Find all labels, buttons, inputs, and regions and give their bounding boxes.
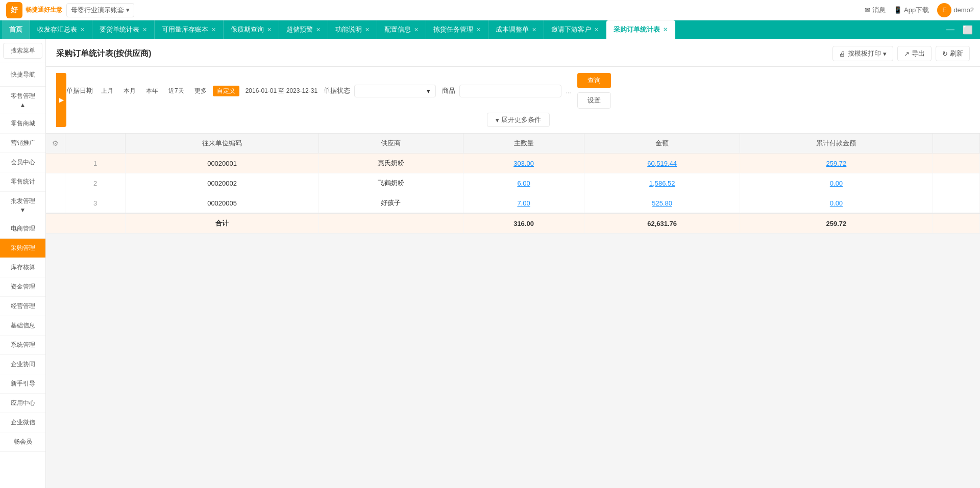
sidebar-item-app-center[interactable]: 应用中心 <box>0 394 45 413</box>
row-code: 00020001 <box>126 153 318 173</box>
row-main-qty[interactable]: 303.00 <box>463 153 584 173</box>
tab-invite-downstream[interactable]: 邀请下游客户 ✕ <box>544 20 606 39</box>
sidebar-item-ecommerce[interactable]: 电商管理 <box>0 219 45 239</box>
row-main-qty[interactable]: 7.00 <box>463 193 584 214</box>
sidebar-item-system-manage[interactable]: 系统管理 <box>0 336 45 355</box>
goods-input[interactable] <box>459 85 561 97</box>
close-icon[interactable]: ✕ <box>476 27 481 33</box>
print-button[interactable]: 🖨 按模板打印 ▾ <box>832 46 893 61</box>
sidebar-item-label: 应用中心 <box>11 399 35 407</box>
shortcut-last-month[interactable]: 上月 <box>97 86 117 96</box>
minimize-icon[interactable]: — <box>943 24 958 35</box>
shortcut-more[interactable]: 更多 <box>190 86 211 96</box>
row-amount[interactable]: 525.80 <box>584 193 740 214</box>
shortcut-this-month[interactable]: 本月 <box>119 86 140 96</box>
close-icon[interactable]: ✕ <box>532 27 536 33</box>
close-icon[interactable]: ✕ <box>142 27 147 33</box>
sidebar-item-enterprise-wechat[interactable]: 企业微信 <box>0 413 45 432</box>
logo-area: 好 畅捷通好生意 <box>6 2 62 18</box>
footer-paid-amount: 259.72 <box>740 213 933 234</box>
sidebar-item-retail-stats[interactable]: 零售统计 <box>0 172 45 192</box>
download-icon: 📱 <box>894 6 902 14</box>
sidebar-item-ops-manage[interactable]: 经营管理 <box>0 297 45 316</box>
sidebar-item-label: 经营管理 <box>11 302 35 311</box>
sidebar-item-new-guide[interactable]: 新手引导 <box>0 374 45 394</box>
tab-overstock-alert[interactable]: 超储预警 ✕ <box>279 20 328 39</box>
tab-pick-task[interactable]: 拣货任务管理 ✕ <box>426 20 488 39</box>
sidebar-item-vip-member[interactable]: 畅会员 <box>0 432 45 452</box>
search-menu-button[interactable]: 搜索菜单 <box>3 43 42 59</box>
sidebar-item-label: 零售统计 <box>11 177 35 186</box>
query-button[interactable]: 查询 <box>577 73 611 88</box>
tab-label: 可用量库存账本 <box>162 25 208 34</box>
tab-purchase-summary[interactable]: 采购订单统计表 ✕ <box>606 20 675 39</box>
close-icon[interactable]: ✕ <box>414 27 419 33</box>
user-area[interactable]: E demo2 <box>937 3 974 17</box>
col-main-qty: 主数量 <box>463 134 584 153</box>
row-supplier: 惠氏奶粉 <box>318 153 463 173</box>
sidebar-item-label: 基础信息 <box>11 321 35 330</box>
sidebar-item-member-center[interactable]: 会员中心 <box>0 153 45 172</box>
sidebar-item-enterprise-coop[interactable]: 企业协同 <box>0 355 45 374</box>
more-filter-btn[interactable]: ... <box>566 87 571 95</box>
export-button[interactable]: ↗ 导出 <box>897 46 932 61</box>
page-header: 采购订单统计表(按供应商) 🖨 按模板打印 ▾ ↗ 导出 ↻ 刷新 <box>46 39 980 67</box>
col-settings: ⚙ <box>46 134 65 153</box>
message-button[interactable]: ✉ 消息 <box>865 6 886 15</box>
quick-nav-button[interactable]: 快捷导航 <box>3 67 42 82</box>
tab-cost-adjust[interactable]: 成本调整单 ✕ <box>488 20 544 39</box>
sidebar-item-marketing[interactable]: 营销推广 <box>0 134 45 153</box>
shortcut-7days[interactable]: 近7天 <box>164 86 188 96</box>
row-amount[interactable]: 1,586.52 <box>584 173 740 193</box>
expand-conditions-button[interactable]: ▾ 展开更多条件 <box>487 113 550 127</box>
sidebar-item-retail-manage[interactable]: 零售管理 ▲ <box>0 87 45 114</box>
tab-expiry-query[interactable]: 保质期查询 ✕ <box>224 20 279 39</box>
row-paid-amount[interactable]: 259.72 <box>740 153 933 173</box>
tab-label: 收发存汇总表 <box>37 25 77 34</box>
sidebar-item-wholesale-manage[interactable]: 批发管理 ▼ <box>0 192 45 219</box>
tab-receive-summary[interactable]: 收发存汇总表 ✕ <box>30 20 92 39</box>
row-paid-amount[interactable]: 0.00 <box>740 173 933 193</box>
sidebar-item-label: 营销推广 <box>11 139 35 147</box>
filter-toggle-button[interactable]: ▶ <box>56 73 66 127</box>
row-seq: 1 <box>65 153 126 173</box>
status-select[interactable]: ▾ <box>354 85 436 97</box>
maximize-icon[interactable]: ⬜ <box>960 24 976 36</box>
workspace-selector[interactable]: 母婴行业演示账套 ▾ <box>66 3 134 17</box>
tab-function-desc[interactable]: 功能说明 ✕ <box>328 20 377 39</box>
tab-order-summary[interactable]: 要货单统计表 ✕ <box>92 20 155 39</box>
sidebar-item-retail-mall[interactable]: 零售商城 <box>0 114 45 134</box>
footer-main-qty: 316.00 <box>463 213 584 234</box>
tab-home[interactable]: 首页 <box>2 20 30 39</box>
tab-config-info[interactable]: 配置信息 ✕ <box>377 20 426 39</box>
row-amount[interactable]: 60,519.44 <box>584 153 740 173</box>
sidebar-item-label: 零售商城 <box>11 119 35 128</box>
expand-icon: ▾ <box>496 116 499 124</box>
sidebar-item-finance[interactable]: 资金管理 <box>0 277 45 297</box>
column-settings-button[interactable]: ⚙ <box>52 139 59 147</box>
close-icon[interactable]: ✕ <box>80 27 85 33</box>
settings-button[interactable]: 设置 <box>577 92 611 109</box>
tab-label: 采购订单统计表 <box>614 25 660 34</box>
sidebar-item-inventory[interactable]: 库存核算 <box>0 258 45 277</box>
close-icon[interactable]: ✕ <box>211 27 216 33</box>
close-icon[interactable]: ✕ <box>316 27 321 33</box>
shortcut-this-year[interactable]: 本年 <box>142 86 162 96</box>
tab-label: 配置信息 <box>384 25 411 34</box>
close-icon[interactable]: ✕ <box>594 27 599 33</box>
close-icon[interactable]: ✕ <box>365 27 370 33</box>
col-seq <box>65 134 126 153</box>
row-main-qty[interactable]: 6.00 <box>463 173 584 193</box>
refresh-button[interactable]: ↻ 刷新 <box>936 46 970 61</box>
row-paid-amount[interactable]: 0.00 <box>740 193 933 214</box>
date-range-group: 2016-01-01 至 2023-12-31 <box>246 87 317 95</box>
sidebar-item-label: 库存核算 <box>11 263 35 272</box>
col-paid-amount: 累计付款金额 <box>740 134 933 153</box>
custom-date-badge[interactable]: 自定义 <box>213 86 239 96</box>
sidebar-item-purchase-manage[interactable]: 采购管理 <box>0 239 45 258</box>
sidebar-item-basic-info[interactable]: 基础信息 <box>0 316 45 336</box>
close-icon[interactable]: ✕ <box>663 27 668 33</box>
close-icon[interactable]: ✕ <box>267 27 272 33</box>
tab-inventory-book[interactable]: 可用量库存账本 ✕ <box>155 20 224 39</box>
app-download-button[interactable]: 📱 App下载 <box>894 6 929 15</box>
